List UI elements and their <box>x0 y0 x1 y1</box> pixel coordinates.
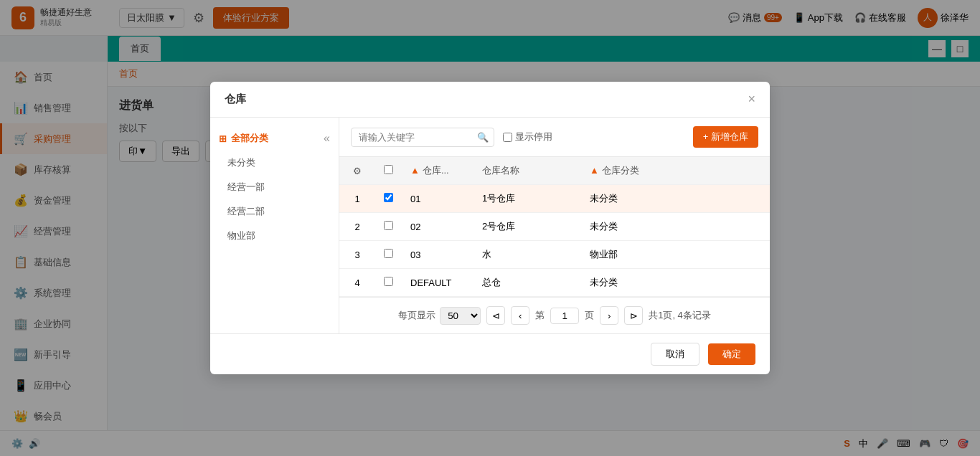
category-ops1[interactable]: 经营一部 <box>210 175 339 199</box>
row-category: 未分类 <box>581 213 770 241</box>
warehouse-modal: 仓库 × ⊞ 全部分类 « 未分类 经营一部 经营二部 物业部 <box>210 82 770 374</box>
collapse-icon[interactable]: « <box>324 132 330 145</box>
row-checkbox[interactable] <box>375 269 402 297</box>
warehouse-table: ⚙ ▲仓库... 仓库名称 ▲仓库分类 <box>339 157 770 297</box>
page-number-input[interactable] <box>550 308 579 324</box>
warehouse-table-wrap: ⚙ ▲仓库... 仓库名称 ▲仓库分类 <box>339 157 770 297</box>
modal-footer: 取消 确定 <box>210 333 770 374</box>
row-name: 总仓 <box>473 269 581 297</box>
show-disabled-checkbox[interactable] <box>503 133 512 142</box>
grid-icon: ⊞ <box>219 133 227 144</box>
col-checkbox-header <box>375 157 402 185</box>
first-page-btn[interactable]: ⊲ <box>486 306 505 325</box>
search-bar: 🔍 显示停用 + 新增仓库 <box>339 118 770 157</box>
search-input[interactable] <box>351 128 494 147</box>
category-property[interactable]: 物业部 <box>210 224 339 248</box>
modal-overlay: 仓库 × ⊞ 全部分类 « 未分类 经营一部 经营二部 物业部 <box>0 0 980 456</box>
row-name: 2号仓库 <box>473 213 581 241</box>
category-panel: ⊞ 全部分类 « 未分类 经营一部 经营二部 物业部 <box>210 118 339 333</box>
table-row[interactable]: 4 DEFAULT 总仓 未分类 <box>339 269 770 297</box>
pagination: 每页显示 50 100 200 ⊲ ‹ 第 页 › ⊳ 共1页, 4条记录 <box>339 297 770 333</box>
cancel-button[interactable]: 取消 <box>651 343 699 366</box>
category-unclassified[interactable]: 未分类 <box>210 151 339 175</box>
modal-close-btn[interactable]: × <box>748 92 755 107</box>
row-code: 01 <box>402 185 473 213</box>
search-icon: 🔍 <box>477 132 489 143</box>
col-gear: ⚙ <box>339 157 375 185</box>
new-warehouse-btn[interactable]: + 新增仓库 <box>693 126 758 148</box>
right-panel: 🔍 显示停用 + 新增仓库 ⚙ <box>339 118 770 333</box>
total-info: 共1页, 4条记录 <box>649 309 711 322</box>
row-code: DEFAULT <box>402 269 473 297</box>
row-name: 水 <box>473 241 581 269</box>
row-checkbox[interactable] <box>375 241 402 269</box>
row-category: 未分类 <box>581 269 770 297</box>
row-index: 1 <box>339 185 375 213</box>
per-page-select[interactable]: 50 100 200 <box>440 307 481 325</box>
search-input-wrap: 🔍 <box>351 128 494 147</box>
row-index: 4 <box>339 269 375 297</box>
prev-page-btn[interactable]: ‹ <box>511 306 529 325</box>
col-code-header[interactable]: ▲仓库... <box>402 157 473 185</box>
row-index: 2 <box>339 213 375 241</box>
row-checkbox[interactable] <box>375 185 402 213</box>
next-page-btn[interactable]: › <box>600 306 618 325</box>
category-ops2[interactable]: 经营二部 <box>210 199 339 224</box>
per-page: 每页显示 50 100 200 <box>398 307 481 325</box>
modal-body: ⊞ 全部分类 « 未分类 经营一部 经营二部 物业部 🔍 <box>210 118 770 333</box>
last-page-btn[interactable]: ⊳ <box>624 306 643 325</box>
all-categories: ⊞ 全部分类 <box>219 132 268 145</box>
select-all-checkbox[interactable] <box>384 165 393 174</box>
row-checkbox[interactable] <box>375 213 402 241</box>
table-row[interactable]: 1 01 1号仓库 未分类 <box>339 185 770 213</box>
row-code: 02 <box>402 213 473 241</box>
modal-header: 仓库 × <box>210 82 770 118</box>
table-row[interactable]: 2 02 2号仓库 未分类 <box>339 213 770 241</box>
row-code: 03 <box>402 241 473 269</box>
row-category: 未分类 <box>581 185 770 213</box>
row-index: 3 <box>339 241 375 269</box>
table-header-row: ⚙ ▲仓库... 仓库名称 ▲仓库分类 <box>339 157 770 185</box>
row-name: 1号仓库 <box>473 185 581 213</box>
row-category: 物业部 <box>581 241 770 269</box>
category-header[interactable]: ⊞ 全部分类 « <box>210 126 339 151</box>
show-disabled-label: 显示停用 <box>503 130 552 143</box>
table-row[interactable]: 3 03 水 物业部 <box>339 241 770 269</box>
confirm-button[interactable]: 确定 <box>708 343 755 365</box>
col-name-header[interactable]: 仓库名称 <box>473 157 581 185</box>
modal-title: 仓库 <box>225 92 246 106</box>
col-cat-header[interactable]: ▲仓库分类 <box>581 157 770 185</box>
